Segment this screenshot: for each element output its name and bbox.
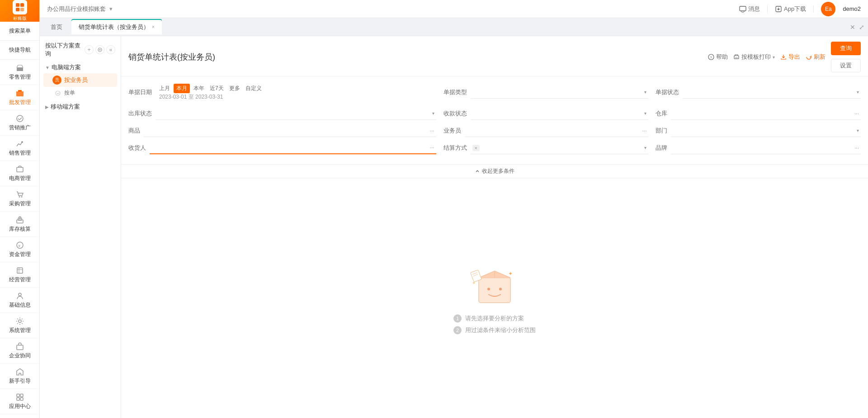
- sidebar-item-operations[interactable]: 经营管理: [0, 262, 39, 288]
- date-tab-this-year[interactable]: 本年: [192, 84, 206, 93]
- sidebar-item-enterprise[interactable]: 企业协同: [0, 338, 39, 364]
- sidebar-item-newbie[interactable]: 新手引导: [0, 364, 39, 389]
- settlement-chevron-icon: ▾: [644, 145, 646, 150]
- filter-payment-status: 收款状态 ▾: [443, 107, 649, 120]
- stock-status-label: 出库状态: [128, 109, 152, 118]
- svg-point-36: [487, 288, 490, 290]
- print-btn[interactable]: 按模板打印 ▾: [733, 53, 775, 61]
- goods-control[interactable]: ···: [144, 124, 436, 137]
- app-download-btn[interactable]: App下载: [775, 5, 806, 13]
- tab-home[interactable]: 首页: [43, 20, 70, 34]
- svg-point-11: [21, 196, 22, 198]
- date-tab-custom[interactable]: 自定义: [244, 84, 264, 93]
- sidebar-item-marketing[interactable]: 营销推广: [0, 110, 39, 136]
- salesperson-label: 业务员: [443, 127, 461, 135]
- plan-item-salesperson-label: 按业务员: [64, 76, 88, 84]
- svg-rect-21: [17, 394, 19, 397]
- dept-label: 部门: [656, 127, 667, 135]
- sidebar-item-system[interactable]: 系统管理: [0, 313, 39, 338]
- date-tab-7days[interactable]: 近7天: [208, 84, 226, 93]
- stock-status-control[interactable]: ▾: [156, 107, 436, 120]
- app-logo[interactable]: 标账版: [0, 0, 39, 22]
- settings-btn[interactable]: 设置: [831, 59, 861, 72]
- sidebar-search-section[interactable]: 搜索菜单: [0, 22, 39, 41]
- svg-text:?: ?: [710, 56, 712, 60]
- sidebar-item-ecommerce[interactable]: 电商管理: [0, 161, 39, 186]
- filter-dept: 部门 ▾: [656, 124, 861, 137]
- mobile-group-label: 移动端方案: [51, 103, 80, 111]
- sidebar-item-retail[interactable]: 零售管理: [0, 60, 39, 85]
- date-tab-more[interactable]: 更多: [227, 84, 242, 93]
- sidebar-item-sales[interactable]: 销售管理: [0, 136, 39, 161]
- settlement-clear-badge[interactable]: ×: [472, 145, 480, 151]
- svg-rect-14: [19, 217, 21, 218]
- help-btn[interactable]: ? 帮助: [708, 53, 728, 61]
- date-control: 上月 本月 本年 近7天 更多 自定义 2023-03-01 至 2023-03…: [156, 82, 436, 103]
- brand-dots-icon[interactable]: ···: [854, 145, 859, 151]
- payment-status-control[interactable]: ▾: [471, 107, 649, 120]
- search-menu-label[interactable]: 搜索菜单: [9, 25, 31, 37]
- purchase-label: 采购管理: [9, 200, 31, 208]
- salesperson-control[interactable]: ···: [465, 124, 649, 137]
- svg-point-30: [56, 91, 60, 95]
- date-tab-last-month[interactable]: 上月: [157, 84, 172, 93]
- sub-item-by-order[interactable]: 按单: [43, 87, 117, 99]
- export-btn[interactable]: 导出: [780, 53, 800, 61]
- sidebar-nav-section[interactable]: 快捷导航: [0, 41, 39, 60]
- goods-dots-icon[interactable]: ···: [430, 128, 434, 134]
- sidebar-item-basics[interactable]: 基础信息: [0, 288, 39, 313]
- collapse-panel-btn[interactable]: «: [106, 45, 115, 54]
- recipient-label: 收货人: [128, 144, 146, 152]
- svg-rect-2: [16, 8, 19, 11]
- enterprise-icon: [15, 342, 24, 351]
- refresh-btn[interactable]: 刷新: [806, 53, 826, 61]
- message-btn[interactable]: 消息: [739, 5, 760, 13]
- warehouse-control[interactable]: ···: [671, 107, 861, 120]
- recipient-dots-icon[interactable]: ···: [430, 144, 434, 151]
- newbie-icon: [15, 367, 24, 376]
- tab-close-icon[interactable]: ×: [152, 24, 155, 29]
- brand-control[interactable]: ···: [671, 142, 861, 154]
- top-bar: 办公用品行业模拟账套 ▾ 消息 App下载 Ea demo2: [40, 0, 868, 18]
- query-btn[interactable]: 查询: [831, 42, 861, 55]
- empty-illustration: ✦ ✦: [467, 262, 522, 307]
- add-plan-btn[interactable]: +: [85, 45, 94, 54]
- sidebar-item-finance[interactable]: ¥ 资金管理: [0, 237, 39, 262]
- tab-active[interactable]: 销货单统计表（按业务员） ×: [71, 20, 162, 34]
- sidebar-item-appstore[interactable]: 应用中心: [0, 389, 39, 414]
- sidebar-item-inventory[interactable]: 库存核算: [0, 212, 39, 237]
- mobile-group-header[interactable]: ▶ 移动端方案: [43, 101, 117, 113]
- tab-home-label: 首页: [51, 23, 62, 31]
- divider2: [813, 5, 814, 13]
- close-window-icon[interactable]: ✕: [850, 24, 855, 31]
- sidebar-item-purchase[interactable]: 采购管理: [0, 186, 39, 212]
- stock-chevron-icon: ▾: [432, 111, 434, 116]
- payment-status-label: 收款状态: [443, 109, 467, 118]
- print-dropdown-icon[interactable]: ▾: [773, 55, 775, 60]
- wholesale-label: 批发管理: [9, 99, 31, 106]
- sidebar-item-wholesale[interactable]: 批发管理: [0, 85, 39, 110]
- filter-doc-type: 单据类型 ▾: [443, 86, 649, 99]
- user-name[interactable]: demo2: [843, 5, 861, 12]
- maximize-window-icon[interactable]: ⤢: [859, 24, 864, 31]
- date-tab-this-month[interactable]: 本月: [174, 84, 190, 93]
- svg-rect-1: [20, 3, 24, 7]
- newbie-label: 新手引导: [9, 377, 31, 385]
- date-label: 单据日期: [128, 88, 152, 96]
- quick-nav-label[interactable]: 快捷导航: [9, 44, 31, 56]
- doc-type-control[interactable]: ▾: [471, 86, 649, 99]
- salesperson-dots-icon[interactable]: ···: [642, 128, 646, 134]
- filter-row-3: 商品 ··· 业务员 ··· 部门 ▾: [128, 124, 861, 137]
- user-avatar[interactable]: Ea: [821, 2, 835, 16]
- dept-control[interactable]: ▾: [671, 124, 861, 137]
- warehouse-dots-icon[interactable]: ···: [854, 110, 859, 117]
- plan-item-salesperson[interactable]: 员 按业务员: [43, 73, 117, 87]
- edit-plan-btn[interactable]: [95, 45, 104, 54]
- recipient-control[interactable]: ···: [150, 142, 436, 154]
- doc-status-control[interactable]: ▾: [683, 86, 861, 99]
- collapse-more-btn[interactable]: 收起更多条件: [475, 167, 514, 175]
- pc-group-header[interactable]: ▼ 电脑端方案: [43, 62, 117, 73]
- company-dropdown-icon[interactable]: ▾: [109, 5, 113, 12]
- settlement-control[interactable]: × ▾: [471, 142, 649, 154]
- sidebar-item-wechat[interactable]: 企业微信: [0, 414, 39, 418]
